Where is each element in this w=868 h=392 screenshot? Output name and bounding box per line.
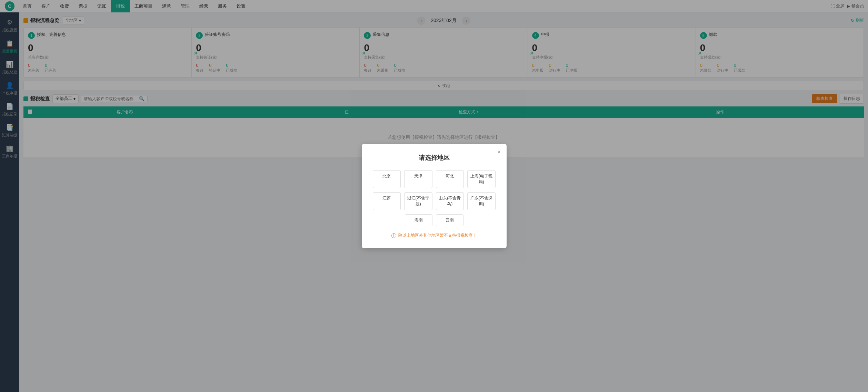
modal-overlay[interactable]: × 请选择地区 北京 天津 河北 上海(电子税局) 江苏 浙江(不含宁波) 山东… (0, 0, 868, 392)
region-select-modal: × 请选择地区 北京 天津 河北 上海(电子税局) 江苏 浙江(不含宁波) 山东… (362, 144, 507, 248)
region-btn-shanghai[interactable]: 上海(电子税局) (467, 170, 496, 188)
region-grid-row1: 北京 天津 河北 上海(电子税局) (373, 170, 496, 188)
region-btn-hainan[interactable]: 海南 (405, 214, 432, 226)
region-btn-jiangsu[interactable]: 江苏 (373, 192, 401, 210)
modal-close-btn[interactable]: × (497, 149, 501, 155)
region-btn-shandong[interactable]: 山东(不含青岛) (436, 192, 464, 210)
region-btn-guangdong[interactable]: 广东(不含深圳) (467, 192, 496, 210)
region-btn-zhejiang[interactable]: 浙江(不含宁波) (404, 192, 432, 210)
region-btn-tianjin[interactable]: 天津 (404, 170, 432, 188)
modal-warning: ! 除以上地区外其他地区暂不支持报税检查！ (373, 233, 496, 238)
region-btn-hebei[interactable]: 河北 (436, 170, 464, 188)
region-grid-row2: 江苏 浙江(不含宁波) 山东(不含青岛) 广东(不含深圳) (373, 192, 496, 210)
region-btn-beijing[interactable]: 北京 (373, 170, 401, 188)
warning-icon: ! (391, 233, 396, 238)
region-btn-yunnan[interactable]: 云南 (436, 214, 463, 226)
region-grid-row3: 海南 云南 (373, 214, 496, 226)
modal-title: 请选择地区 (373, 154, 496, 162)
